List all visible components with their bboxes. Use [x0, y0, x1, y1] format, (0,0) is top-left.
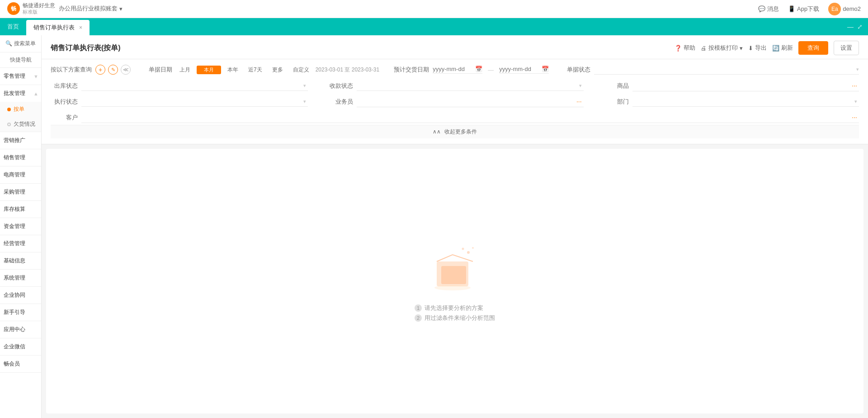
maximize-icon[interactable]: ⤢ — [857, 23, 863, 30]
sidebar-item-finance-label: 资金管理 — [4, 223, 25, 230]
exec-select[interactable]: ▾ — [81, 97, 308, 107]
sidebar-sub-item-debt[interactable]: 欠货情况 — [0, 117, 41, 132]
filter-goods-item: 商品 ··· — [602, 80, 859, 91]
sidebar-item-sales-label: 销售管理 — [4, 154, 25, 162]
sidebar-search-label: 搜索菜单 — [14, 40, 36, 47]
minimize-icon[interactable]: — — [847, 23, 854, 30]
add-scheme-btn[interactable]: + — [95, 65, 105, 75]
customer-input[interactable]: ··· — [81, 112, 859, 123]
empty-steps: 1 请先选择要分析的方案 2 用过滤条件来缩小分析范围 — [415, 302, 495, 324]
export-btn[interactable]: ⬇ 导出 — [748, 44, 767, 52]
date-tab-this-year[interactable]: 本年 — [224, 65, 242, 75]
sidebar-item-vip[interactable]: 畅会员 — [0, 356, 41, 372]
goods-label: 商品 — [602, 82, 629, 90]
warehouse-chevron-icon: ▾ — [303, 83, 306, 89]
tab-home[interactable]: 首页 — [0, 18, 26, 35]
date-range-text: 2023-03-01 至 2023-03-31 — [316, 66, 379, 74]
sidebar-item-retail[interactable]: 零售管理 ▼ — [0, 68, 41, 85]
calendar-icon-from[interactable]: 📅 — [475, 66, 482, 72]
payment-select[interactable]: ▾ — [357, 81, 583, 91]
edit-scheme-btn[interactable]: ✎ — [108, 65, 118, 75]
collapse-bar[interactable]: ∧∧ 收起更多条件 — [51, 125, 859, 138]
empty-illustration — [428, 239, 482, 293]
collapse-scheme-btn[interactable]: ≪ — [121, 65, 131, 75]
expected-date-to[interactable] — [499, 66, 540, 72]
sidebar-search[interactable]: 🔍 搜索菜单 — [0, 35, 41, 52]
sidebar-item-inventory[interactable]: 库存核算 — [0, 201, 41, 218]
sidebar: 🔍 搜索菜单 快捷导航 零售管理 ▼ 批发管理 ▲ 按单 — [0, 35, 42, 418]
collapse-label: 收起更多条件 — [444, 128, 477, 135]
sidebar-item-marketing[interactable]: 营销推广 — [0, 132, 41, 149]
sidebar-item-enterprise[interactable]: 企业协同 — [0, 287, 41, 304]
query-button[interactable]: 查询 — [798, 41, 828, 55]
date-tabs-row: 上月 本月 本年 近7天 更多 自定义 2023-03-01 至 2023-03… — [176, 65, 379, 75]
setting-button[interactable]: 设置 — [834, 41, 859, 55]
sidebar-section-ecommerce: 电商管理 — [0, 166, 41, 184]
date-tab-last-month[interactable]: 上月 — [176, 65, 194, 75]
expected-date-from-group: 📅 — [433, 66, 482, 74]
empty-step-2-text: 用过滤条件来缩小分析范围 — [425, 314, 495, 322]
sidebar-item-ecommerce[interactable]: 电商管理 — [0, 166, 41, 183]
date-tab-custom[interactable]: 自定义 — [289, 65, 313, 75]
sidebar-item-operation[interactable]: 经营管理 — [0, 235, 41, 252]
tab-active[interactable]: 销售订单执行表 × — [26, 20, 90, 35]
sidebar-quick-nav[interactable]: 快捷导航 — [0, 52, 41, 68]
message-btn[interactable]: 💬 消息 — [758, 5, 779, 13]
goods-dots-icon[interactable]: ··· — [852, 82, 857, 89]
refresh-icon: 🔄 — [772, 45, 779, 52]
calendar-icon-to[interactable]: 📅 — [542, 66, 549, 72]
sidebar-section-vip: 畅会员 — [0, 356, 41, 373]
customer-label: 客户 — [51, 114, 78, 122]
app-title: 办公用品行业模拟账套 — [59, 5, 118, 13]
refresh-btn[interactable]: 🔄 刷新 — [772, 44, 793, 52]
topbar-left: 畅 畅捷通好生意 标准版 办公用品行业模拟账套 ▾ — [7, 2, 123, 15]
sidebar-item-finance[interactable]: 资金管理 — [0, 218, 41, 235]
sidebar-item-basic[interactable]: 基础信息 — [0, 252, 41, 269]
expected-date-from[interactable] — [433, 66, 473, 72]
sidebar-item-retail-label: 零售管理 — [4, 72, 25, 80]
filter-salesperson-item: 业务员 ··· — [326, 96, 583, 107]
dept-chevron-icon: ▾ — [854, 99, 857, 104]
sidebar-item-newbie[interactable]: 新手引导 — [0, 304, 41, 321]
help-label: 帮助 — [684, 44, 695, 52]
sidebar-sub-item-order[interactable]: 按单 — [0, 102, 41, 117]
status-select[interactable]: ▾ — [594, 65, 859, 75]
logo-area[interactable]: 畅 畅捷通好生意 标准版 — [7, 2, 55, 15]
export-icon: ⬇ — [748, 45, 753, 52]
sidebar-section-inventory: 库存核算 — [0, 201, 41, 218]
dept-select[interactable]: ▾ — [632, 97, 859, 107]
dept-label: 部门 — [602, 98, 629, 106]
date-tab-7days[interactable]: 近7天 — [245, 65, 266, 75]
sidebar-item-sales[interactable]: 销售管理 — [0, 149, 41, 166]
help-btn[interactable]: ❓ 帮助 — [675, 44, 695, 52]
print-btn[interactable]: 🖨 按模板打印 ▾ — [701, 44, 743, 52]
date-label: 单据日期 — [145, 66, 172, 74]
warehouse-select[interactable]: ▾ — [81, 81, 308, 91]
sidebar-item-wholesale[interactable]: 批发管理 ▲ — [0, 85, 41, 102]
svg-rect-1 — [441, 266, 466, 284]
logo-icon: 畅 — [7, 2, 20, 15]
date-tab-this-month[interactable]: 本月 — [197, 66, 221, 74]
sidebar-section-enterprise: 企业协同 — [0, 287, 41, 304]
salesperson-dots-icon[interactable]: ··· — [576, 98, 582, 105]
sidebar-item-system[interactable]: 系统管理 — [0, 270, 41, 286]
download-icon: 📱 — [788, 5, 795, 12]
sidebar-item-wechat[interactable]: 企业微信 — [0, 338, 41, 355]
app-download-btn[interactable]: 📱 App下载 — [788, 5, 819, 13]
page-actions: ❓ 帮助 🖨 按模板打印 ▾ ⬇ 导出 🔄 刷新 查询 设置 — [675, 41, 859, 55]
export-label: 导出 — [755, 44, 767, 52]
goods-input[interactable]: ··· — [632, 80, 859, 91]
help-icon: ❓ — [675, 45, 682, 52]
tab-close-icon[interactable]: × — [79, 24, 82, 31]
sidebar-item-appstore[interactable]: 应用中心 — [0, 321, 41, 338]
svg-point-2 — [434, 285, 471, 290]
user-area[interactable]: Ea demo2 — [828, 3, 861, 15]
customer-dots-icon[interactable]: ··· — [852, 114, 857, 121]
filter-panel: 按以下方案查询 + ✎ ≪ 单据日期 上月 本月 本年 近7天 更多 自定义 — [42, 59, 868, 144]
date-tab-more[interactable]: 更多 — [269, 65, 287, 75]
empty-step-2: 2 用过滤条件来缩小分析范围 — [415, 314, 495, 322]
date-badge[interactable]: 本月 — [200, 66, 217, 73]
salesperson-input[interactable]: ··· — [357, 96, 583, 107]
app-selector[interactable]: 办公用品行业模拟账套 ▾ — [59, 5, 123, 13]
sidebar-item-purchase[interactable]: 采购管理 — [0, 184, 41, 200]
